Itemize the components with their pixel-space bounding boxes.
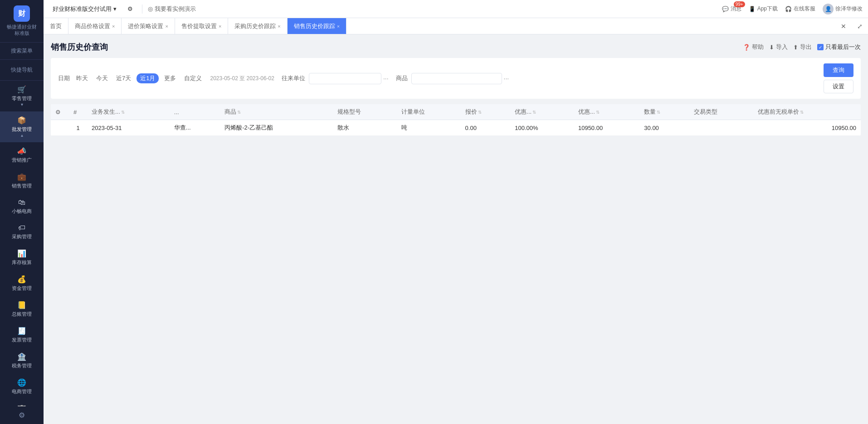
maximize-window-btn[interactable]: ⤢ [852, 18, 868, 34]
tab-home[interactable]: 首页 [44, 18, 68, 34]
sidebar-item-ecommerce[interactable]: 🌐 电商管理 [0, 374, 44, 400]
sidebar-item-finance[interactable]: 💰 资金管理 [0, 270, 44, 296]
sidebar-search-item[interactable]: 搜索菜单 [0, 43, 44, 60]
export-icon: ⬆ [793, 44, 798, 51]
only-last-checkbox[interactable]: ✓ [817, 44, 824, 50]
sidebar-item-marketing[interactable]: 📣 营销推广 [0, 142, 44, 168]
sidebar-quicknav-item[interactable]: 快捷导航 [0, 60, 44, 81]
purchase-icon: 🏷 [18, 224, 25, 232]
only-last-label: 只看最后一次 [825, 43, 861, 51]
product-input-wrap: ··· [411, 73, 509, 84]
topbar-separator [142, 5, 142, 14]
product-input[interactable] [411, 73, 502, 84]
sidebar-item-retail[interactable]: 🛒 零售管理 ▾ [0, 81, 44, 111]
user-menu-btn[interactable]: 👤 徐泽华修改 [823, 4, 863, 14]
from-unit-input[interactable] [309, 73, 381, 84]
chevron-down-icon: ▾ [113, 5, 117, 12]
import-btn[interactable]: ⬇ 导入 [769, 43, 788, 51]
date-opt-more[interactable]: 更多 [161, 73, 179, 83]
th-price-sort[interactable]: 报价 ⇅ [465, 108, 506, 116]
sidebar-item-purchase[interactable]: 🏷 采购管理 [0, 219, 44, 245]
demo-btn[interactable]: ◎ 我要看实例演示 [148, 5, 196, 13]
export-label: 导出 [800, 43, 812, 51]
settings-icon[interactable]: ⚙ [19, 411, 25, 419]
help-btn[interactable]: ❓ 帮助 [743, 43, 764, 51]
date-opt-custom[interactable]: 自定义 [181, 73, 205, 83]
sidebar-item-wholesale[interactable]: 📦 批发管理 ▴ [0, 111, 44, 142]
close-price-extract-icon[interactable]: × [219, 24, 221, 29]
close-pricing-strategy-icon[interactable]: × [165, 24, 168, 29]
app-switcher-label: 好业财标准版交付试用 [53, 5, 112, 13]
th-unit-label: 计量单位 [401, 108, 425, 115]
tab-pricing-strategy[interactable]: 进价策略设置 × [122, 18, 175, 34]
th-discount2-sort[interactable]: 优惠... ⇅ [578, 108, 635, 116]
sidebar-item-ecommerce-small[interactable]: 🛍 小畅电商 [0, 194, 44, 219]
customer-service-btn[interactable]: 🎧 在线客服 [785, 5, 815, 13]
date-opt-today[interactable]: 今天 [93, 73, 111, 83]
th-gear[interactable]: ⚙ [51, 104, 69, 120]
date-range-display: 2023-05-02 至 2023-06-02 [210, 75, 274, 82]
close-purchase-history-icon[interactable]: × [278, 24, 280, 29]
table-body: 1 2023-05-31 华查... 丙烯酸-2-乙基己酯 散水 吨 0.00 … [51, 120, 861, 136]
app-download-btn[interactable]: 📱 App下载 [749, 5, 778, 13]
sidebar-label-sales: 销售管理 [12, 183, 32, 189]
sidebar-item-inventory[interactable]: 📊 库存核算 [0, 245, 44, 270]
message-btn[interactable]: 💬 消息 99+ [722, 5, 741, 13]
cell-quantity: 30.00 [639, 120, 689, 136]
sort-biz-date-icon: ⇅ [121, 110, 125, 115]
sidebar-item-assets[interactable]: 🏢 固定资产 [0, 400, 44, 406]
th-more-cols[interactable]: ... [170, 104, 220, 120]
th-discount2[interactable]: 优惠... ⇅ [574, 104, 639, 120]
table-gear-icon[interactable]: ⚙ [55, 109, 61, 116]
th-biz-date-sort[interactable]: 业务发生... ⇅ [92, 108, 165, 116]
sidebar-item-sales[interactable]: 💼 销售管理 [0, 168, 44, 194]
th-biz-date[interactable]: 业务发生... ⇅ [87, 104, 170, 120]
close-sales-history-icon[interactable]: × [337, 24, 340, 29]
sidebar-label-ledger: 总账管理 [12, 311, 32, 318]
sidebar-item-ledger[interactable]: 📒 总账管理 [0, 296, 44, 322]
product-dots-btn[interactable]: ··· [504, 75, 509, 82]
tab-sales-history[interactable]: 销售历史价跟踪 × [288, 18, 346, 34]
cell-biz-date: 2023-05-31 [87, 120, 170, 136]
th-quantity[interactable]: 数量 ⇅ [639, 104, 689, 120]
th-product-sort[interactable]: 商品 ⇅ [224, 108, 328, 116]
sidebar-item-tax[interactable]: 🏦 税务管理 [0, 348, 44, 374]
import-icon: ⬇ [769, 44, 774, 51]
th-discount1[interactable]: 优惠... ⇅ [510, 104, 574, 120]
from-unit-dots-btn[interactable]: ··· [383, 75, 389, 82]
export-btn[interactable]: ⬆ 导出 [793, 43, 812, 51]
tab-product-price[interactable]: 商品价格设置 × [68, 18, 122, 34]
date-opt-last7days[interactable]: 近7天 [113, 73, 134, 83]
th-biz-date-label: 业务发生... [92, 108, 120, 116]
close-product-price-icon[interactable]: × [112, 24, 115, 29]
tab-purchase-history[interactable]: 采购历史价跟踪 × [228, 18, 287, 34]
ecommerce-small-icon: 🛍 [18, 198, 25, 207]
tab-price-extract[interactable]: 售价提取设置 × [175, 18, 228, 34]
settings-button[interactable]: 设置 [824, 80, 853, 93]
th-num: # [69, 104, 87, 120]
sort-price-icon: ⇅ [478, 110, 482, 115]
date-opt-last1month[interactable]: 近1月 [137, 73, 159, 83]
chevron-retail-icon: ▾ [21, 102, 23, 107]
th-product[interactable]: 商品 ⇅ [220, 104, 332, 120]
sidebar: 财 畅捷通好业财 标准版 搜索菜单 快捷导航 🛒 零售管理 ▾ 📦 批发管理 ▴… [0, 0, 44, 424]
sales-icon: 💼 [17, 173, 26, 181]
query-button[interactable]: 查询 [824, 63, 853, 77]
topbar-settings-btn[interactable]: ⚙ [124, 4, 137, 14]
table-row[interactable]: 1 2023-05-31 华查... 丙烯酸-2-乙基己酯 散水 吨 0.00 … [51, 120, 861, 136]
close-window-btn[interactable]: ✕ [835, 18, 852, 34]
sort-discount2-icon: ⇅ [596, 110, 600, 115]
app-switcher-dropdown[interactable]: 好业财标准版交付试用 ▾ [49, 3, 120, 15]
date-opt-yesterday[interactable]: 昨天 [73, 73, 91, 83]
assets-icon: 🏢 [17, 404, 26, 406]
th-quantity-sort[interactable]: 数量 ⇅ [644, 108, 685, 116]
tab-pricing-strategy-label: 进价策略设置 [128, 22, 163, 30]
th-pretax-price[interactable]: 优惠前无税单价 ⇅ [753, 104, 861, 120]
th-pretax-sort[interactable]: 优惠前无税单价 ⇅ [758, 108, 856, 116]
cell-checkbox[interactable] [51, 120, 69, 136]
only-last-checkbox-wrap[interactable]: ✓ 只看最后一次 [817, 43, 861, 51]
sidebar-label-ecommerce-small: 小畅电商 [12, 208, 32, 215]
sidebar-item-invoice[interactable]: 🧾 发票管理 [0, 322, 44, 348]
th-price[interactable]: 报价 ⇅ [461, 104, 511, 120]
th-discount1-sort[interactable]: 优惠... ⇅ [515, 108, 569, 116]
